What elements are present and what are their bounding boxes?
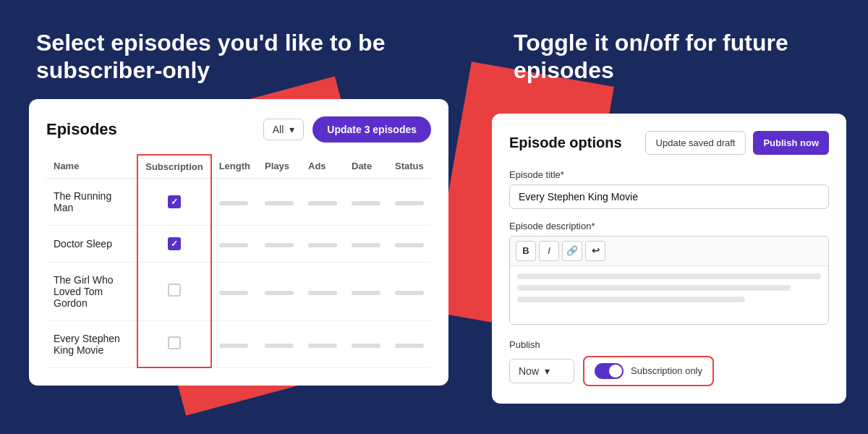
cell-ads xyxy=(301,320,344,367)
episode-title-group: Episode title* xyxy=(509,169,829,209)
italic-button[interactable]: I xyxy=(539,241,559,261)
placeholder-bar xyxy=(395,201,424,205)
episodes-header: Episodes All ▾ Update 3 episodes xyxy=(46,116,431,142)
bold-button[interactable]: B xyxy=(516,241,536,261)
options-heading: Episode options xyxy=(509,135,622,151)
right-section: Toggle it on/off for future episodes Epi… xyxy=(477,0,868,434)
table-header-row: Name Subscription Length Plays Ads Date … xyxy=(46,155,431,179)
publish-now-button[interactable]: Publish now xyxy=(753,131,829,155)
chevron-down-icon: ▾ xyxy=(545,365,550,377)
episode-name: The Girl Who Loved Tom Gordon xyxy=(46,262,137,320)
update-draft-button[interactable]: Update saved draft xyxy=(645,131,746,155)
placeholder-bar xyxy=(219,344,248,348)
link-button[interactable]: 🔗 xyxy=(562,241,582,261)
placeholder-bar xyxy=(265,243,294,247)
options-actions: Update saved draft Publish now xyxy=(645,131,829,155)
episode-name: The Running Man xyxy=(46,178,137,225)
episode-title-input[interactable] xyxy=(509,184,829,209)
placeholder-bar xyxy=(352,291,380,295)
cell-plays xyxy=(258,320,301,367)
cell-date xyxy=(344,178,388,225)
cell-length xyxy=(211,178,258,225)
placeholder-line-1 xyxy=(517,273,821,279)
col-subscription: Subscription xyxy=(137,155,210,179)
subscription-cell[interactable] xyxy=(137,225,210,262)
cell-status xyxy=(388,225,431,262)
subscription-cell[interactable] xyxy=(137,178,210,225)
placeholder-bar xyxy=(308,243,337,247)
episode-title-label: Episode title* xyxy=(509,169,829,180)
filter-dropdown[interactable]: All ▾ xyxy=(263,119,305,140)
episode-options-panel: Episode options Update saved draft Publi… xyxy=(492,114,846,404)
cell-length xyxy=(211,225,258,262)
publish-row: Publish Now ▾ Subscription only xyxy=(509,339,829,386)
cell-length xyxy=(211,320,258,367)
chevron-down-icon: ▾ xyxy=(289,124,294,135)
options-header: Episode options Update saved draft Publi… xyxy=(509,131,829,155)
placeholder-line-3 xyxy=(517,297,745,302)
cell-ads xyxy=(301,225,344,262)
checkbox-checked[interactable] xyxy=(168,237,181,250)
table-row: Doctor Sleep xyxy=(46,225,431,262)
placeholder-bar xyxy=(308,291,337,295)
placeholder-line-2 xyxy=(517,285,791,291)
col-plays: Plays xyxy=(258,155,301,179)
now-dropdown[interactable]: Now ▾ xyxy=(509,359,574,383)
editor-toolbar: B I 🔗 ↩ xyxy=(510,237,828,266)
subscription-cell[interactable] xyxy=(137,320,210,367)
cell-status xyxy=(388,178,431,225)
subscription-only-label: Subscription only xyxy=(631,365,702,376)
placeholder-bar xyxy=(219,291,248,295)
episodes-table: Name Subscription Length Plays Ads Date … xyxy=(46,154,431,369)
left-section: Select episodes you'd like to be subscri… xyxy=(0,0,477,434)
placeholder-bar xyxy=(395,291,424,295)
editor-body[interactable] xyxy=(510,266,828,324)
episode-description-group: Episode description* B I 🔗 ↩ xyxy=(509,221,829,325)
cell-length xyxy=(211,262,258,320)
placeholder-bar xyxy=(265,291,294,295)
col-date: Date xyxy=(344,155,388,179)
cell-status xyxy=(388,320,431,367)
episode-name: Every Stephen King Movie xyxy=(46,320,137,367)
col-ads: Ads xyxy=(301,155,344,179)
placeholder-bar xyxy=(395,243,424,247)
cell-status xyxy=(388,262,431,320)
checkbox-unchecked[interactable] xyxy=(168,284,181,297)
table-row: Every Stephen King Movie xyxy=(46,320,431,367)
update-episodes-button[interactable]: Update 3 episodes xyxy=(312,116,431,142)
subscription-toggle-container: Subscription only xyxy=(583,356,714,386)
placeholder-bar xyxy=(352,201,380,205)
placeholder-bar xyxy=(308,344,337,348)
cell-date xyxy=(344,262,388,320)
description-editor: B I 🔗 ↩ xyxy=(509,236,829,325)
toggle-knob xyxy=(609,365,622,378)
placeholder-bar xyxy=(265,344,294,348)
left-title: Select episodes you'd like to be subscri… xyxy=(0,0,477,99)
cell-plays xyxy=(258,178,301,225)
episode-description-label: Episode description* xyxy=(509,221,829,231)
col-length: Length xyxy=(211,155,258,179)
checkbox-unchecked[interactable] xyxy=(168,336,181,349)
placeholder-bar xyxy=(219,243,248,247)
cell-date xyxy=(344,320,388,367)
subscription-toggle[interactable] xyxy=(595,363,624,379)
subscription-cell[interactable] xyxy=(137,262,210,320)
cell-plays xyxy=(258,262,301,320)
episodes-panel: Episodes All ▾ Update 3 episodes Name Su… xyxy=(29,99,448,386)
cell-ads xyxy=(301,262,344,320)
placeholder-bar xyxy=(308,201,337,205)
publish-controls: Now ▾ Subscription only xyxy=(509,356,829,386)
placeholder-bar xyxy=(352,243,380,247)
cell-plays xyxy=(258,225,301,262)
col-name: Name xyxy=(46,155,137,179)
cell-ads xyxy=(301,178,344,225)
undo-button[interactable]: ↩ xyxy=(585,241,605,261)
checkbox-checked[interactable] xyxy=(168,195,181,208)
col-status: Status xyxy=(388,155,431,179)
placeholder-bar xyxy=(265,201,294,205)
right-title: Toggle it on/off for future episodes xyxy=(477,0,868,99)
table-row: The Girl Who Loved Tom Gordon xyxy=(46,262,431,320)
now-label: Now xyxy=(519,365,539,377)
placeholder-bar xyxy=(395,344,424,348)
placeholder-bar xyxy=(219,201,248,205)
